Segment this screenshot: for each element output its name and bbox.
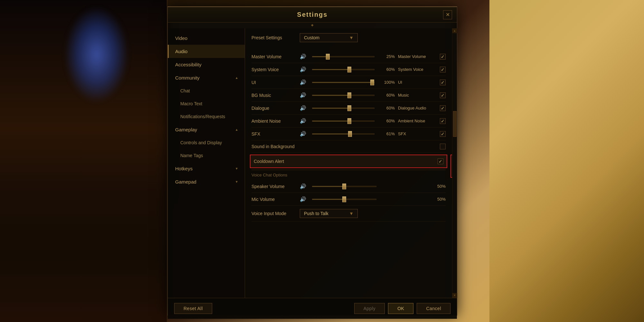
pct-master-volume: 25% xyxy=(380,54,395,59)
slider-ambient-noise[interactable] xyxy=(312,120,374,122)
slider-speaker-volume[interactable] xyxy=(312,186,425,187)
sidebar-arrow-hotkeys: ▼ xyxy=(235,167,238,170)
sidebar-item-label-accessibility: Accessibility xyxy=(175,62,202,67)
slider-thumb-ui[interactable] xyxy=(370,80,374,85)
sidebar-item-hotkeys[interactable]: Hotkeys ▼ xyxy=(168,162,245,175)
cancel-button[interactable]: Cancel xyxy=(417,303,450,314)
checkbox-bg-music[interactable]: ✓ xyxy=(440,92,446,98)
checkbox-ambient-noise[interactable]: ✓ xyxy=(440,118,446,124)
sidebar-item-label-gamepad: Gamepad xyxy=(175,179,196,185)
setting-row-ui: UI 🔊 100% UI ✓ xyxy=(251,76,446,89)
slider-fill-ambient-noise xyxy=(312,121,349,121)
checkbox-master-volume[interactable]: ✓ xyxy=(440,54,446,60)
settings-dialog: Settings ✕ ◆ Video Audio Accessibility C… xyxy=(167,6,457,316)
right-label-ui: UI xyxy=(398,80,440,85)
sidebar-item-gamepad[interactable]: Gamepad ▼ xyxy=(168,175,245,188)
setting-label-master-volume: Master Volume xyxy=(251,54,300,59)
setting-label-ambient-noise: Ambient Noise xyxy=(251,118,300,124)
checkbox-ui[interactable]: ✓ xyxy=(440,80,446,85)
volume-icon-speaker: 🔊 xyxy=(300,183,306,189)
slider-thumb-dialogue[interactable] xyxy=(347,105,351,111)
sidebar-item-controls[interactable]: Controls and Display xyxy=(168,136,245,149)
setting-label-cooldown-alert: Cooldown Alert xyxy=(254,159,302,164)
sidebar-item-video[interactable]: Video xyxy=(168,32,245,45)
volume-icon-ui: 🔊 xyxy=(300,79,306,85)
checkbox-sfx[interactable]: ✓ xyxy=(440,131,446,137)
sidebar-item-macro-text[interactable]: Macro Text xyxy=(168,97,245,110)
right-label-master-volume: Master Volume xyxy=(398,54,440,59)
checkbox-system-voice[interactable]: ✓ xyxy=(440,67,446,72)
reset-all-button[interactable]: Reset All xyxy=(174,303,212,314)
slider-track-speaker xyxy=(312,186,376,187)
slider-thumb-speaker[interactable] xyxy=(342,184,346,189)
sidebar-item-chat[interactable]: Chat xyxy=(168,84,245,97)
slider-thumb-system-voice[interactable] xyxy=(347,67,351,72)
slider-fill-bg-music xyxy=(312,95,349,96)
pct-ui: 100% xyxy=(380,80,395,85)
setting-row-bg-music: BG Music 🔊 60% Music ✓ xyxy=(251,89,446,102)
sidebar-item-label-video: Video xyxy=(175,35,187,41)
cooldown-alert-row: Cooldown Alert ✓ xyxy=(250,155,447,168)
slider-ui[interactable] xyxy=(312,82,374,83)
slider-track-mic xyxy=(312,199,376,200)
ok-button[interactable]: OK xyxy=(388,303,413,314)
sidebar-arrow-community: ▲ xyxy=(235,76,238,80)
slider-mic-volume[interactable] xyxy=(312,199,425,200)
slider-fill-sfx xyxy=(312,134,350,134)
slider-thumb-ambient-noise[interactable] xyxy=(347,118,351,124)
setting-label-system-voice: System Voice xyxy=(251,67,300,72)
sidebar-item-label-chat: Chat xyxy=(180,88,190,93)
slider-fill-mic xyxy=(312,199,344,200)
sidebar-item-accessibility[interactable]: Accessibility xyxy=(168,58,245,71)
slider-thumb-bg-music[interactable] xyxy=(347,92,351,98)
checkbox-cooldown-alert[interactable]: ✓ xyxy=(438,158,443,164)
checkbox-dialogue[interactable]: ✓ xyxy=(440,105,446,111)
close-button[interactable]: ✕ xyxy=(443,10,452,19)
title-decoration: ◆ xyxy=(168,23,457,27)
apply-button[interactable]: Apply xyxy=(354,303,385,314)
blue-fire-effect xyxy=(64,6,129,103)
voice-input-dropdown[interactable]: Push to Talk ▼ xyxy=(300,209,358,218)
slider-master-volume[interactable] xyxy=(312,56,374,57)
dialog-content: Video Audio Accessibility Community ▲ Ch… xyxy=(168,28,457,298)
slider-thumb-master[interactable] xyxy=(326,54,330,60)
setting-label-speaker-volume: Speaker Volume xyxy=(251,184,300,189)
sidebar-item-community[interactable]: Community ▲ xyxy=(168,71,245,84)
slider-thumb-mic[interactable] xyxy=(342,196,346,202)
scroll-thumb[interactable] xyxy=(453,111,457,137)
setting-label-dialogue: Dialogue xyxy=(251,106,300,111)
slider-thumb-sfx[interactable] xyxy=(348,131,352,137)
sidebar-item-label-community: Community xyxy=(175,75,200,80)
sidebar-item-label-audio: Audio xyxy=(175,49,187,54)
sidebar-item-name-tags[interactable]: Name Tags xyxy=(168,149,245,162)
setting-row-speaker-volume: Speaker Volume 🔊 50% xyxy=(251,180,446,193)
sidebar-arrow-gamepad: ▼ xyxy=(235,180,238,184)
voice-input-arrow: ▼ xyxy=(349,211,354,216)
preset-dropdown[interactable]: Custom ▼ xyxy=(300,33,358,42)
setting-label-sfx: SFX xyxy=(251,131,300,137)
scroll-down-button[interactable]: ▼ xyxy=(452,293,457,298)
sidebar-item-gameplay[interactable]: Gameplay ▲ xyxy=(168,123,245,136)
slider-dialogue[interactable] xyxy=(312,108,374,109)
setting-row-dialogue: Dialogue 🔊 60% Dialogue Audio ✓ xyxy=(251,102,446,115)
sidebar-item-label-notifications: Notifications/Requests xyxy=(180,114,225,119)
sidebar: Video Audio Accessibility Community ▲ Ch… xyxy=(168,28,245,298)
scroll-up-button[interactable]: ▲ xyxy=(452,28,457,33)
slider-sfx[interactable] xyxy=(312,133,374,135)
slider-track-sfx xyxy=(312,133,374,135)
volume-icon-ambient-noise: 🔊 xyxy=(300,118,306,124)
sidebar-item-audio[interactable]: Audio xyxy=(168,45,245,58)
slider-bg-music[interactable] xyxy=(312,95,374,96)
volume-icon-mic: 🔊 xyxy=(300,196,306,202)
sidebar-item-notifications[interactable]: Notifications/Requests xyxy=(168,110,245,123)
slider-fill-ui xyxy=(312,82,374,83)
pct-ambient-noise: 60% xyxy=(380,118,395,123)
settings-panel: Preset Settings Custom ▼ Master Volume 🔊… xyxy=(245,28,452,298)
setting-row-master-volume: Master Volume 🔊 25% Master Volume ✓ xyxy=(251,50,446,63)
preset-row: Preset Settings Custom ▼ xyxy=(251,33,446,45)
pct-system-voice: 60% xyxy=(380,67,395,72)
setting-label-bg-music: BG Music xyxy=(251,93,300,98)
setting-label-ui: UI xyxy=(251,80,300,85)
slider-system-voice[interactable] xyxy=(312,69,374,70)
checkbox-sound-in-bg[interactable] xyxy=(440,144,446,149)
